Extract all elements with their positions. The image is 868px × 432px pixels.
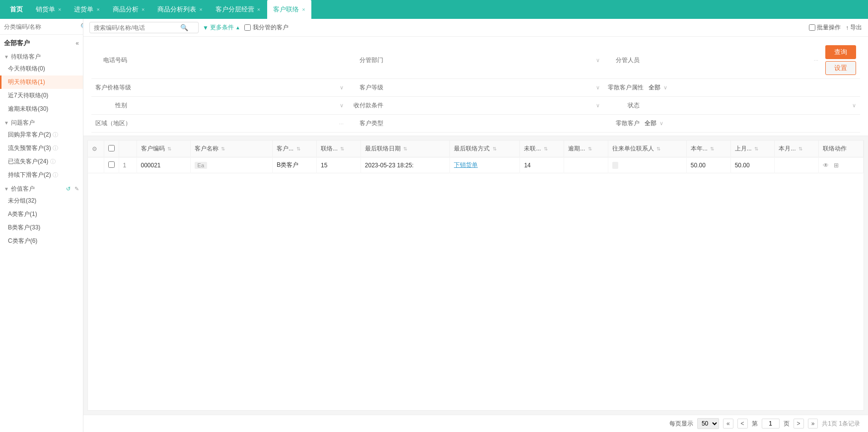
sidebar-item-today[interactable]: 今天待联络(0) bbox=[0, 62, 83, 75]
next-page-button[interactable]: > bbox=[794, 419, 804, 429]
sidebar-search-bar: 🔍 bbox=[0, 19, 83, 35]
manager-more-icon[interactable]: ··· bbox=[814, 57, 818, 63]
sidebar-section-problem: ▼ 问题客户 bbox=[0, 116, 83, 128]
filter-status-dropdown[interactable]: ∨ bbox=[643, 102, 856, 109]
sort-last-month-icon[interactable]: ⇅ bbox=[754, 146, 758, 151]
close-product-analysis-list-icon[interactable]: × bbox=[199, 6, 202, 12]
nav-product-analysis[interactable]: 商品分析 × bbox=[107, 0, 150, 19]
sidebar-search-input[interactable] bbox=[4, 23, 78, 30]
cell-code: 000021 bbox=[137, 157, 190, 173]
setting-button[interactable]: 设置 bbox=[825, 61, 856, 75]
filter-retail-attr-dropdown[interactable]: ∨ bbox=[663, 84, 667, 91]
sidebar-item-continuous-down[interactable]: 持续下滑客户(2) ⓘ bbox=[0, 168, 83, 182]
filter-price-level-dropdown[interactable]: ∨ bbox=[134, 84, 344, 91]
cell-last-contact-method: 下销货单 bbox=[450, 157, 520, 173]
sort-pending-icon[interactable]: ⇅ bbox=[544, 146, 548, 151]
chevron-down-icon: ∨ bbox=[596, 57, 600, 64]
col-checkbox bbox=[104, 141, 119, 157]
sidebar-item-class-b[interactable]: B类客户(33) bbox=[0, 221, 83, 234]
sort-name-icon[interactable]: ⇅ bbox=[221, 146, 225, 151]
table-area: ⚙ 客户编码 ⇅ 客户名称 ⇅ bbox=[87, 140, 864, 411]
cell-contact-count: 15 bbox=[317, 157, 361, 173]
cell-customer-type: B类客户 bbox=[273, 157, 317, 173]
filter-dept-dropdown[interactable]: ∨ bbox=[386, 57, 600, 64]
sidebar-item-overdue[interactable]: 逾期未联络(30) bbox=[0, 102, 83, 116]
my-customers-checkbox[interactable]: 我分管的客户 bbox=[244, 23, 289, 32]
sort-date-icon[interactable]: ⇅ bbox=[403, 146, 407, 151]
sidebar-item-tomorrow[interactable]: 明天待联络(1) bbox=[0, 75, 83, 89]
sort-overdue-icon[interactable]: ⇅ bbox=[588, 146, 592, 151]
filter-price-level: 客户价格等级 ∨ bbox=[91, 79, 348, 97]
my-customers-check[interactable] bbox=[244, 24, 251, 31]
batch-op-button[interactable]: 批量操作 bbox=[809, 23, 841, 32]
export-button[interactable]: ↑ 导出 bbox=[846, 23, 862, 32]
page-number-input[interactable] bbox=[762, 419, 780, 429]
per-page-select[interactable]: 50 bbox=[697, 418, 719, 429]
filter-customer-level-dropdown[interactable]: ∨ bbox=[386, 84, 600, 91]
col-last-contact-date: 最后联络日期 ⇅ bbox=[361, 141, 449, 157]
chevron-down-icon-6: ∨ bbox=[596, 102, 600, 109]
sort-this-month-icon[interactable]: ⇅ bbox=[798, 146, 802, 151]
sort-type-icon[interactable]: ⇅ bbox=[296, 146, 300, 151]
col-this-month: 本月... ⇅ bbox=[775, 141, 819, 157]
settings-icon[interactable]: ⚙ bbox=[92, 145, 97, 152]
chevron-down-icon-4: ∨ bbox=[663, 84, 667, 91]
sort-contact-icon[interactable]: ⇅ bbox=[340, 146, 344, 151]
filter-phone-input[interactable] bbox=[130, 57, 344, 64]
nav-purchase[interactable]: 进货单 × bbox=[68, 0, 105, 19]
close-purchase-icon[interactable]: × bbox=[96, 6, 99, 12]
search-input-wrap[interactable]: 🔍 bbox=[89, 22, 199, 33]
sidebar-item-lost-risk[interactable]: 流失预警客户(3) ⓘ bbox=[0, 142, 83, 155]
col-rownum bbox=[119, 141, 137, 157]
close-customer-segment-icon[interactable]: × bbox=[257, 6, 260, 12]
sort-year-icon[interactable]: ⇅ bbox=[710, 146, 714, 151]
nav-product-analysis-list[interactable]: 商品分析列表 × bbox=[151, 0, 208, 19]
more-conditions-button[interactable]: ▼ 更多条件 ▲ bbox=[203, 23, 240, 32]
col-customer-type: 客户... ⇅ bbox=[273, 141, 317, 157]
sidebar-all-customers[interactable]: 全部客户 « bbox=[0, 35, 83, 50]
batch-op-check[interactable] bbox=[809, 24, 815, 31]
nav-home[interactable]: 首页 bbox=[4, 0, 29, 19]
sort-method-icon[interactable]: ⇅ bbox=[493, 146, 497, 151]
filter-payment: 收付款条件 ∨ bbox=[348, 97, 604, 115]
sidebar-item-class-c[interactable]: C类客户(6) bbox=[0, 234, 83, 248]
query-button[interactable]: 查询 bbox=[825, 45, 856, 59]
action-eye-icon[interactable]: 👁 bbox=[823, 162, 829, 169]
filter-region: 区域（地区） ··· bbox=[91, 115, 348, 133]
last-contact-method-link[interactable]: 下销货单 bbox=[454, 161, 478, 168]
sort-company-icon[interactable]: ⇅ bbox=[656, 146, 660, 151]
action-grid-icon[interactable]: ⊞ bbox=[834, 162, 839, 169]
filter-gender-dropdown[interactable]: ∨ bbox=[130, 102, 344, 109]
select-all-checkbox[interactable] bbox=[108, 145, 115, 151]
sort-code-icon[interactable]: ⇅ bbox=[167, 146, 171, 151]
region-more-icon[interactable]: ··· bbox=[339, 121, 344, 127]
last-page-button[interactable]: » bbox=[808, 419, 818, 429]
content-area: 🔍 ▼ 更多条件 ▲ 我分管的客户 批量操作 ↑ 导出 bbox=[83, 19, 868, 432]
chevron-down-icon-8: ∨ bbox=[659, 120, 663, 127]
row-checkbox[interactable] bbox=[108, 161, 115, 168]
close-sales-icon[interactable]: × bbox=[58, 6, 61, 12]
filter-retail-customer-dropdown[interactable]: ∨ bbox=[659, 120, 663, 127]
sidebar-item-abnormal[interactable]: 回购异常客户(2) ⓘ bbox=[0, 128, 83, 142]
sidebar-item-ungrouped[interactable]: 未分组(32) bbox=[0, 194, 83, 208]
prev-page-button[interactable]: < bbox=[737, 419, 748, 429]
cell-action: 👁 ⊞ bbox=[819, 157, 864, 173]
sidebar-item-lost[interactable]: 已流失客户(24) ⓘ bbox=[0, 155, 83, 168]
sidebar-item-7days[interactable]: 近7天待联络(0) bbox=[0, 89, 83, 102]
sidebar-item-class-a[interactable]: A类客户(1) bbox=[0, 208, 83, 221]
first-page-button[interactable]: « bbox=[723, 419, 733, 429]
nav-customer-contact[interactable]: 客户联络 × bbox=[267, 0, 311, 19]
close-product-analysis-icon[interactable]: × bbox=[142, 6, 145, 12]
filter-gender: 性别 ∨ bbox=[91, 97, 348, 115]
filter-status: 状态 ∨ bbox=[604, 97, 860, 115]
nav-sales[interactable]: 销货单 × bbox=[30, 0, 67, 19]
close-customer-contact-icon[interactable]: × bbox=[302, 6, 305, 12]
cell-checkbox bbox=[104, 157, 119, 173]
filter-customer-type: 客户类型 bbox=[348, 115, 604, 133]
search-icon[interactable]: 🔍 bbox=[180, 24, 188, 31]
nav-customer-segment[interactable]: 客户分层经营 × bbox=[210, 0, 266, 19]
sidebar-collapse-icon[interactable]: « bbox=[75, 40, 79, 47]
search-input[interactable] bbox=[94, 24, 178, 31]
filter-payment-dropdown[interactable]: ∨ bbox=[386, 102, 600, 109]
customer-table: ⚙ 客户编码 ⇅ 客户名称 ⇅ bbox=[88, 141, 864, 173]
